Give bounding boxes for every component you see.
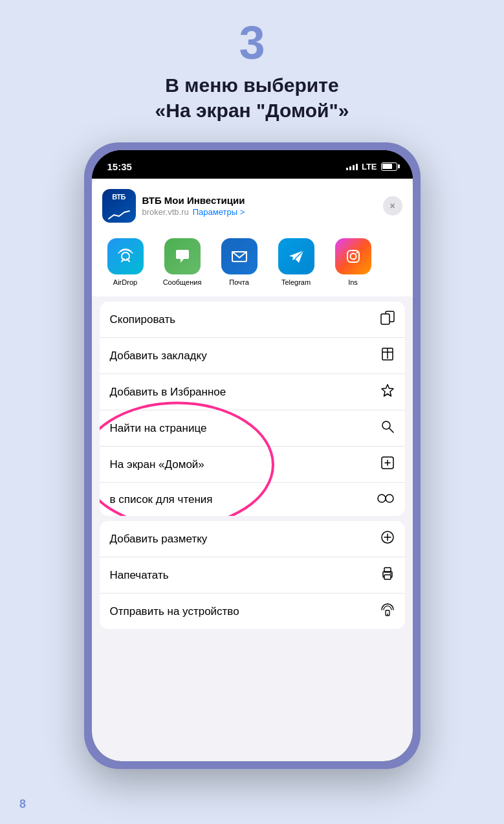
share-app-url: broker.vtb.ru <box>142 207 189 217</box>
copy-icon <box>380 311 395 328</box>
status-time: 15:35 <box>107 161 132 172</box>
signal-bars-icon <box>346 162 358 170</box>
airdrop-svg-icon <box>115 246 136 267</box>
phone-frame: 15:35 LTE <box>84 142 421 769</box>
mail-label: Почта <box>229 278 249 286</box>
messages-label: Сообщения <box>163 278 202 286</box>
svg-rect-22 <box>384 575 391 579</box>
menu-item-home[interactable]: На экран «Домой» <box>100 447 405 483</box>
messages-svg-icon <box>172 246 193 267</box>
menu-item-bookmark[interactable]: Добавить закладку <box>100 338 405 374</box>
menu-item-find-label: Найти на странице <box>110 422 207 435</box>
reading-list-icon <box>377 492 395 507</box>
instagram-svg-icon <box>343 246 364 267</box>
share-header: ВТБ ВТБ Мои Инвестиции broker.vtb.ru Пар… <box>92 179 413 230</box>
svg-point-16 <box>378 495 386 502</box>
send-device-icon <box>380 603 395 620</box>
add-to-home-icon <box>380 456 395 473</box>
status-icons: LTE <box>346 162 397 172</box>
share-close-button[interactable]: × <box>383 196 402 216</box>
svg-point-4 <box>356 252 358 254</box>
menu-item-copy-label: Скопировать <box>110 313 176 326</box>
telegram-icon <box>278 238 314 274</box>
vtb-logo-text: ВТБ <box>112 193 126 201</box>
status-bar: 15:35 LTE <box>92 150 413 179</box>
svg-point-24 <box>390 573 391 574</box>
menu-item-favorites[interactable]: Добавить в Избранное <box>100 374 405 410</box>
share-icon-mail[interactable]: Почта <box>211 238 268 286</box>
menu-item-reading[interactable]: в список для чтения <box>100 483 405 516</box>
menu-item-print-label: Напечатать <box>110 569 169 582</box>
svg-rect-6 <box>381 314 389 324</box>
menu-item-send-device[interactable]: Отправить на устройство <box>100 594 405 629</box>
share-icon-instagram[interactable]: Ins <box>325 238 382 286</box>
menu-item-print[interactable]: Напечатать <box>100 557 405 594</box>
telegram-svg-icon <box>286 246 307 267</box>
menu-item-markup[interactable]: Добавить разметку <box>100 521 405 557</box>
menu-section-2: Добавить разметку Напечатать <box>100 521 405 629</box>
svg-marker-10 <box>382 384 393 396</box>
airdrop-label: AirDrop <box>113 278 137 286</box>
share-icon-airdrop[interactable]: AirDrop <box>97 238 154 286</box>
share-icon-telegram[interactable]: Telegram <box>268 238 325 286</box>
close-icon: × <box>389 201 395 211</box>
svg-point-17 <box>386 495 393 502</box>
step-title: В меню выберите«На экран "Домой"» <box>155 72 349 123</box>
vtb-chart-icon <box>107 210 131 220</box>
markup-icon <box>380 530 395 548</box>
svg-point-3 <box>350 254 356 260</box>
share-app-url-row: broker.vtb.ru Параметры > <box>142 207 377 217</box>
menu-item-bookmark-label: Добавить закладку <box>110 350 207 362</box>
menu-item-send-device-label: Отправить на устройство <box>110 605 239 618</box>
bookmark-icon <box>380 347 395 364</box>
vtb-app-icon: ВТБ <box>102 189 136 223</box>
menu-items-group: Скопировать Добавить закладку <box>100 302 405 516</box>
share-app-info: ВТБ Мои Инвестиции broker.vtb.ru Парамет… <box>142 195 377 217</box>
share-app-params[interactable]: Параметры > <box>193 207 245 217</box>
svg-point-0 <box>122 252 129 260</box>
menu-item-copy[interactable]: Скопировать <box>100 302 405 338</box>
menu-item-markup-label: Добавить разметку <box>110 533 208 546</box>
share-icons-row: AirDrop Сообщения <box>92 230 413 296</box>
airdrop-icon <box>107 238 144 274</box>
step-number: 3 <box>239 19 265 66</box>
instagram-label: Ins <box>348 278 358 286</box>
mail-svg-icon <box>229 246 250 267</box>
menu-item-home-label: На экран «Домой» <box>110 458 204 471</box>
lte-label: LTE <box>362 162 377 172</box>
svg-point-11 <box>382 421 390 429</box>
share-icon-messages[interactable]: Сообщения <box>154 238 211 286</box>
menu-item-reading-label: в список для чтения <box>110 493 213 506</box>
messages-icon <box>164 238 201 274</box>
menu-item-find[interactable]: Найти на странице <box>100 410 405 447</box>
svg-point-26 <box>387 614 388 615</box>
star-icon <box>380 383 395 401</box>
instagram-icon <box>335 238 371 274</box>
phone-content: ВТБ ВТБ Мои Инвестиции broker.vtb.ru Пар… <box>92 179 413 761</box>
battery-icon <box>381 162 397 171</box>
print-icon <box>380 566 395 584</box>
telegram-label: Telegram <box>281 278 311 286</box>
share-app-row: ВТБ ВТБ Мои Инвестиции broker.vtb.ru Пар… <box>102 189 402 230</box>
search-icon <box>380 419 395 437</box>
phone-inner: 15:35 LTE <box>92 150 413 761</box>
svg-line-12 <box>389 429 393 432</box>
page-container: 3 В меню выберите«На экран "Домой"» 15:3… <box>0 0 504 824</box>
mail-icon <box>221 238 257 274</box>
menu-item-favorites-label: Добавить в Избранное <box>110 386 226 399</box>
page-number: 8 <box>19 797 26 811</box>
menu-section-1: Скопировать Добавить закладку <box>100 302 405 516</box>
share-app-name: ВТБ Мои Инвестиции <box>142 195 377 206</box>
